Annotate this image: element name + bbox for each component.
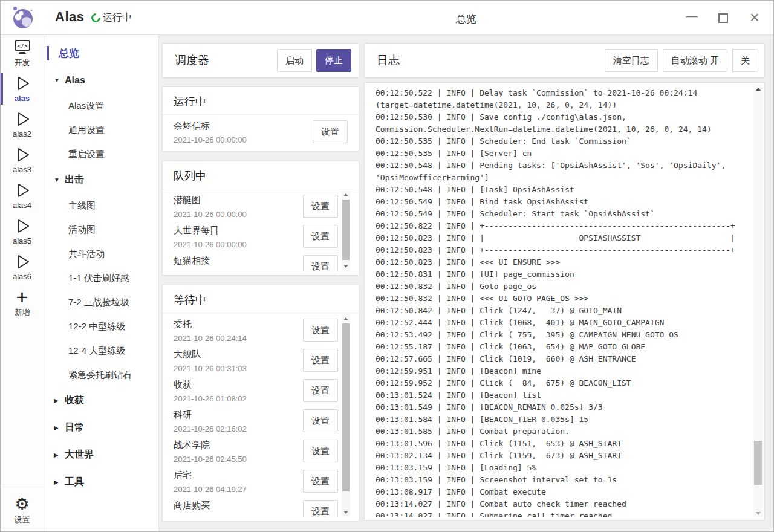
autoscroll-off-button[interactable]: 关	[732, 49, 758, 72]
launcher-item[interactable]: </> + alas2	[1, 106, 44, 142]
task-row: 科研 2021-10-26 02:16:02 设置	[174, 409, 338, 440]
menu-item[interactable]: ▼ Alas	[44, 66, 158, 94]
app-window: Alas 运行中 总览 — × </>	[0, 0, 774, 532]
task-settings-button[interactable]: 设置	[303, 440, 338, 462]
maximize-button[interactable]	[715, 10, 731, 26]
task-row: 余烬信标 2021-10-26 00:00:00 设置	[174, 120, 348, 148]
tree-arrow-icon: ▼	[54, 77, 65, 83]
task-row: 商店购买 设置	[174, 500, 338, 517]
scroll-down-icon[interactable]	[342, 263, 350, 270]
task-settings-button[interactable]: 设置	[313, 120, 348, 143]
launcher-item[interactable]: </> + alas5	[1, 213, 44, 249]
close-button[interactable]: ×	[747, 10, 763, 26]
task-row: 大世界每日 2021-10-26 00:00:00 设置	[174, 225, 338, 255]
menu-item[interactable]: 7-2 三战捡垃圾	[44, 290, 158, 314]
menu-item[interactable]: Alas设置	[44, 94, 158, 118]
menu-item[interactable]: 共斗活动	[44, 242, 158, 266]
task-settings-button[interactable]: 设置	[303, 319, 338, 342]
menu-item-label: 收获	[65, 394, 84, 407]
settings-label: 设置	[15, 514, 30, 525]
menu-item[interactable]: ▶ 收获	[44, 387, 158, 414]
menu-item[interactable]: 活动图	[44, 218, 158, 242]
scrollbar-thumb[interactable]	[754, 441, 762, 485]
menu-item[interactable]: 1-1 伏击刷好感	[44, 266, 158, 290]
pending-scrollbar[interactable]	[342, 191, 350, 270]
task-row: 大舰队 2021-10-26 00:31:03 设置	[174, 349, 338, 379]
launcher-item[interactable]: </> + 新增	[1, 285, 44, 320]
scroll-up-icon[interactable]	[753, 85, 763, 92]
task-settings-button[interactable]: 设置	[303, 195, 338, 218]
waiting-scrollbar[interactable]	[342, 315, 350, 516]
task-name: 科研	[174, 409, 247, 421]
dev-monitor-icon: </>	[13, 38, 31, 56]
menu-item[interactable]: 主线图	[44, 193, 158, 218]
launcher-item[interactable]: </> + alas3	[1, 142, 44, 178]
pending-section: 队列中 潜艇图 2021-10-26 00:00:00 设置 大世界每日	[162, 161, 359, 276]
clear-log-button[interactable]: 清空日志	[605, 49, 658, 72]
running-task-list: 余烬信标 2021-10-26 00:00:00 设置	[163, 115, 359, 148]
task-row: 委托 2021-10-26 00:24:14 设置	[174, 319, 338, 349]
task-next-run-time: 2021-10-26 04:19:27	[174, 485, 247, 494]
running-section: 运行中 余烬信标 2021-10-26 00:00:00 设置	[162, 86, 359, 152]
task-settings-button[interactable]: 设置	[303, 470, 338, 493]
menu-item-label: 活动图	[68, 224, 96, 236]
task-name: 商店购买	[174, 500, 210, 511]
launcher-settings-button[interactable]: ⚙ 设置	[1, 488, 44, 531]
scroll-down-icon[interactable]	[342, 509, 350, 516]
task-name: 战术学院	[174, 440, 247, 451]
scheduler-start-button[interactable]: 启动	[277, 49, 312, 72]
task-settings-button[interactable]: 设置	[303, 500, 338, 517]
menu-item[interactable]: 通用设置	[44, 118, 158, 142]
log-scrollbar[interactable]	[753, 85, 763, 517]
launcher-item[interactable]: </> + alas4	[1, 178, 44, 213]
menu-item[interactable]: ▶ 大世界	[44, 441, 158, 469]
menu-item[interactable]: ▶ 工具	[44, 469, 158, 496]
launcher-item-label: alas2	[13, 129, 31, 138]
launcher-item[interactable]: </> + alas	[1, 71, 44, 106]
task-settings-button[interactable]: 设置	[303, 255, 338, 271]
task-row: 后宅 2021-10-26 04:19:27 设置	[174, 470, 338, 500]
menu-item[interactable]: ▶ 日常	[44, 414, 158, 441]
task-settings-button[interactable]: 设置	[303, 409, 338, 432]
menu-item[interactable]: 12-4 大型练级	[44, 339, 158, 363]
scrollbar-thumb[interactable]	[342, 323, 350, 491]
play-icon	[13, 110, 31, 128]
task-row: 潜艇图 2021-10-26 00:00:00 设置	[174, 195, 338, 225]
autoscroll-on-button[interactable]: 自动滚动 开	[663, 49, 727, 72]
tree-arrow-icon: ▶	[54, 479, 65, 485]
window-controls: — ×	[684, 1, 763, 35]
task-settings-button[interactable]: 设置	[303, 379, 338, 402]
task-name: 余烬信标	[174, 120, 247, 132]
scheduler-stop-button[interactable]: 停止	[316, 49, 351, 72]
tree-arrow-icon: ▶	[54, 452, 65, 458]
log-output: 00:12:50.522 | INFO | Delay task `Commis…	[376, 87, 751, 517]
task-settings-button[interactable]: 设置	[303, 349, 338, 372]
scroll-down-icon[interactable]	[753, 510, 763, 517]
minimize-button[interactable]: —	[684, 10, 700, 26]
log-panel-header: 日志 清空日志 自动滚动 开 关	[364, 43, 765, 78]
scroll-up-icon[interactable]	[342, 191, 350, 198]
menu-item[interactable]: 总览	[44, 40, 158, 66]
task-next-run-time: 2021-10-26 00:31:03	[174, 364, 247, 373]
page-title: 总览	[159, 12, 773, 26]
log-title: 日志	[377, 53, 600, 68]
menu-item[interactable]: 12-2 中型练级	[44, 314, 158, 339]
menu-item[interactable]: 紧急委托刷钻石	[44, 363, 158, 387]
scheduler-status: 运行中	[91, 11, 132, 24]
launcher-item[interactable]: </> + 开发	[1, 35, 44, 71]
scrollbar-thumb[interactable]	[342, 199, 350, 260]
menu-item[interactable]: 重启设置	[44, 142, 158, 166]
play-icon	[13, 146, 31, 164]
scheduler-panel: 调度器 启动 停止	[162, 43, 359, 78]
menu-item[interactable]: ▼ 出击	[44, 166, 158, 193]
svg-text:</>: </>	[17, 42, 27, 48]
launcher-item[interactable]: </> + alas6	[1, 249, 44, 285]
task-info: 后宅 2021-10-26 04:19:27	[174, 470, 247, 494]
task-name: 委托	[174, 319, 247, 330]
scroll-up-icon[interactable]	[342, 315, 350, 322]
menu-item-label: 共斗活动	[68, 248, 105, 260]
task-settings-button[interactable]: 设置	[303, 225, 338, 248]
task-next-run-time: 2021-10-26 02:16:02	[174, 424, 247, 433]
menu-item-label: Alas	[65, 75, 85, 86]
menu-item-label: 总览	[59, 47, 79, 60]
